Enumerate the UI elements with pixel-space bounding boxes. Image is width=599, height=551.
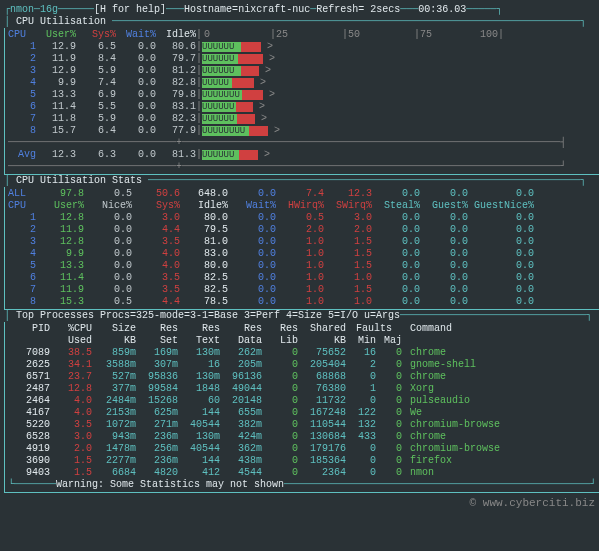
process-row: 5220 3.5 1072m 271m 40544 382m 0 110544 … xyxy=(8,419,599,431)
cpu-stats-panel: ALL 97.8 0.5 50.6 648.0 0.0 7.4 12.3 0.0… xyxy=(4,187,599,310)
process-row: 4167 4.0 2153m 625m 144 655m 0 167248 12… xyxy=(8,407,599,419)
cpu-util-panel: CPU User% Sys% Wait% Idle% |0 |25 |50 |7… xyxy=(4,28,599,175)
cpu-stats-row: 7 11.9 0.0 3.5 82.5 0.0 1.0 1.5 0.0 0.0 … xyxy=(8,284,599,296)
cpu-row: 2 11.9 8.4 0.0 79.7 |UUUUUU > xyxy=(8,53,599,65)
process-row: 2625 34.1 3588m 307m 16 205m 0 205404 2 … xyxy=(8,359,599,371)
cpu-stats-row: 2 11.9 0.0 4.4 79.5 0.0 2.0 2.0 0.0 0.0 … xyxy=(8,224,599,236)
cpu-util-sep: ────────────────────────────+───────────… xyxy=(8,137,599,149)
process-row: 4919 2.0 1478m 256m 40544 362m 0 179176 … xyxy=(8,443,599,455)
cpu-row: 7 11.8 5.9 0.0 82.3 |UUUUUU > xyxy=(8,113,599,125)
cpu-stats-all: ALL 97.8 0.5 50.6 648.0 0.0 7.4 12.3 0.0… xyxy=(8,188,599,200)
process-row: 9403 1.5 6684 4820 412 4544 0 2364 0 0 n… xyxy=(8,467,599,479)
process-row: 7089 38.5 859m 169m 130m 262m 0 75652 16… xyxy=(8,347,599,359)
cpu-stats-row: 4 9.9 0.0 4.0 83.0 0.0 1.0 1.5 0.0 0.0 0… xyxy=(8,248,599,260)
cpu-row: 5 13.3 6.9 0.0 79.8 |UUUUUUU > xyxy=(8,89,599,101)
cpu-row: 8 15.7 6.4 0.0 77.9 |UUUUUUUU > xyxy=(8,125,599,137)
footer-credit: © www.cyberciti.biz xyxy=(4,493,599,514)
cpu-row: 6 11.4 5.5 0.0 83.1 |UUUUUU > xyxy=(8,101,599,113)
cpu-row: 1 12.9 6.5 0.0 80.6 |UUUUUU > xyxy=(8,41,599,53)
process-row: 6528 3.0 943m 236m 130m 424m 0 130684 43… xyxy=(8,431,599,443)
cpu-util-header: CPU User% Sys% Wait% Idle% |0 |25 |50 |7… xyxy=(8,29,599,41)
section-cpu-util-title: │ CPU Utilisation ──────────────────────… xyxy=(4,16,599,28)
cpu-util-sep2: ────────────────────────────+───────────… xyxy=(8,161,599,173)
top-panel: PID %CPU Size Res Res Res Res Shared Fau… xyxy=(4,322,599,493)
section-top-title: │ Top Processes Procs=325-mode=3-1=Base … xyxy=(4,310,599,322)
cpu-row: 4 9.9 7.4 0.0 82.8 |UUUUU > xyxy=(8,77,599,89)
cpu-stats-row: 5 13.3 0.0 4.0 80.0 0.0 1.0 1.5 0.0 0.0 … xyxy=(8,260,599,272)
cpu-row: 3 12.9 5.9 0.0 81.2 |UUUUUU > xyxy=(8,65,599,77)
process-row: 2464 4.0 2484m 15268 60 20148 0 11732 0 … xyxy=(8,395,599,407)
cpu-stats-header: CPU User% Nice% Sys% Idle% Wait% HWirq% … xyxy=(8,200,599,212)
cpu-stats-row: 8 15.3 0.5 4.4 78.5 0.0 1.0 1.0 0.0 0.0 … xyxy=(8,296,599,308)
top-warn: └───────Warning: Some Statistics may not… xyxy=(8,479,599,491)
cpu-row: Avg 12.3 6.3 0.0 81.3 |UUUUUU > xyxy=(8,149,599,161)
cpu-stats-row: 6 11.4 0.0 3.5 82.5 0.0 1.0 1.0 0.0 0.0 … xyxy=(8,272,599,284)
process-row: 3690 1.5 2277m 236m 144 438m 0 185364 0 … xyxy=(8,455,599,467)
process-row: 6571 23.7 527m 95836 130m 96136 0 68868 … xyxy=(8,371,599,383)
section-cpu-stats-title: │ CPU Utilisation Stats ────────────────… xyxy=(4,175,599,187)
cpu-stats-row: 1 12.8 0.0 3.0 80.0 0.0 0.5 3.0 0.0 0.0 … xyxy=(8,212,599,224)
top-header-1: PID %CPU Size Res Res Res Res Shared Fau… xyxy=(8,323,599,335)
process-row: 2487 12.8 377m 99584 1848 49044 0 76380 … xyxy=(8,383,599,395)
cpu-stats-row: 3 12.8 0.0 3.5 81.0 0.0 1.0 1.5 0.0 0.0 … xyxy=(8,236,599,248)
top-header-2: Used KB Set Text Data Lib KB Min Maj xyxy=(8,335,599,347)
header-line: ┌nmon─16g──────[H for help]───Hostname=n… xyxy=(4,4,599,16)
